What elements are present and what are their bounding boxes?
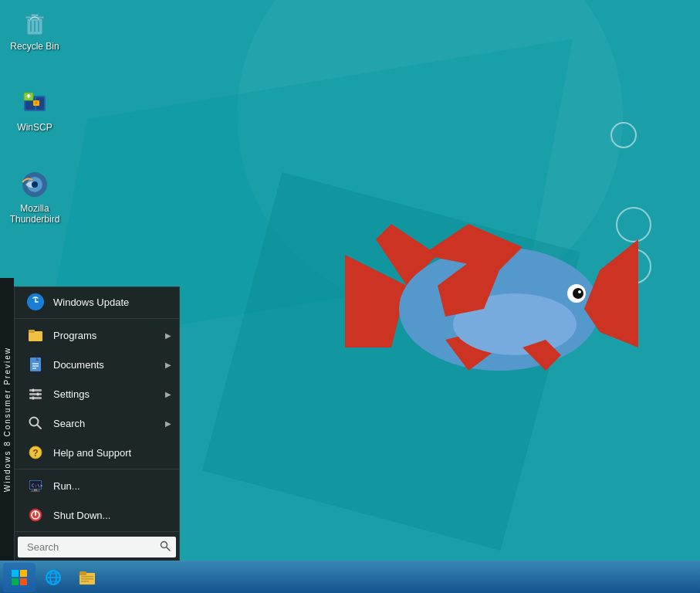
svg-rect-57 <box>12 578 19 585</box>
menu-item-settings[interactable]: Settings ▶ <box>15 379 179 408</box>
fish-illustration <box>345 193 638 412</box>
menu-divider-3 <box>15 531 179 532</box>
menu-item-shutdown[interactable]: Shut Down... <box>15 500 179 530</box>
menu-item-documents[interactable]: Documents ▶ <box>15 350 179 379</box>
menu-search-bar <box>18 537 176 557</box>
win8-consumer-preview-label: Windows 8 Consumer Preview <box>0 278 14 561</box>
shutdown-label: Shut Down... <box>53 510 110 521</box>
documents-label: Documents <box>53 359 104 371</box>
taskbar <box>0 561 700 593</box>
search-label: Search <box>53 418 85 429</box>
svg-rect-2 <box>31 14 39 17</box>
menu-item-windows-update[interactable]: Windows Update <box>15 287 179 317</box>
desktop: Recycle Bin WinSCP <box>0 0 700 593</box>
settings-icon <box>27 385 44 402</box>
svg-point-25 <box>578 290 581 293</box>
recycle-bin-label: Recycle Bin <box>10 41 59 52</box>
help-label: Help and Support <box>53 447 131 459</box>
deco-circle-1 <box>610 122 637 148</box>
search-arrow: ▶ <box>165 419 171 428</box>
svg-point-15 <box>32 181 38 188</box>
help-icon: ? <box>27 444 44 461</box>
winscp-icon[interactable]: WinSCP <box>4 85 66 136</box>
recycle-bin-img <box>19 7 50 38</box>
winscp-img <box>19 88 50 119</box>
menu-item-run[interactable]: C:\>_ Run... <box>15 471 179 500</box>
winscp-label: WinSCP <box>17 122 52 133</box>
recycle-bin-icon[interactable]: Recycle Bin <box>4 4 66 55</box>
svg-rect-58 <box>20 578 27 585</box>
svg-rect-35 <box>29 389 42 391</box>
search-input[interactable] <box>24 540 160 554</box>
programs-arrow: ▶ <box>165 331 171 340</box>
svg-point-38 <box>32 389 35 392</box>
svg-rect-37 <box>29 397 42 399</box>
svg-line-54 <box>167 547 171 551</box>
programs-icon <box>27 327 44 344</box>
run-icon: C:\>_ <box>27 477 44 494</box>
file-explorer-button[interactable] <box>71 563 103 592</box>
svg-rect-30 <box>29 330 35 333</box>
svg-point-39 <box>36 393 39 396</box>
start-button[interactable] <box>3 563 36 592</box>
menu-item-help[interactable]: ? Help and Support <box>15 438 179 467</box>
windows-update-label: Windows Update <box>53 296 129 308</box>
shutdown-icon <box>27 507 44 524</box>
menu-item-search[interactable]: Search ▶ <box>15 408 179 438</box>
svg-point-24 <box>573 288 583 299</box>
svg-rect-31 <box>30 357 41 371</box>
svg-rect-52 <box>35 510 36 516</box>
svg-point-12 <box>36 102 38 104</box>
svg-line-42 <box>37 425 41 429</box>
menu-item-programs[interactable]: Programs ▶ <box>15 320 179 350</box>
search-menu-icon <box>27 415 44 432</box>
svg-text:C:\>_: C:\>_ <box>32 483 43 489</box>
svg-text:?: ? <box>32 448 38 459</box>
svg-rect-56 <box>20 570 27 577</box>
svg-rect-66 <box>81 576 93 578</box>
run-label: Run... <box>53 480 80 492</box>
svg-rect-68 <box>81 581 89 582</box>
documents-arrow: ▶ <box>165 361 171 369</box>
settings-label: Settings <box>53 388 90 400</box>
svg-rect-67 <box>81 578 93 580</box>
svg-rect-55 <box>12 570 19 577</box>
windows-update-icon <box>27 293 44 310</box>
svg-point-40 <box>32 397 35 400</box>
menu-divider-1 <box>15 318 179 319</box>
internet-explorer-button[interactable] <box>37 563 69 592</box>
menu-divider-2 <box>15 469 179 469</box>
thunderbird-img <box>19 169 50 200</box>
settings-arrow: ▶ <box>165 390 171 398</box>
search-submit-button[interactable] <box>160 540 171 554</box>
thunderbird-icon[interactable]: Mozilla Thunderbird <box>4 166 66 229</box>
svg-rect-65 <box>79 571 86 575</box>
svg-rect-10 <box>28 94 29 98</box>
programs-label: Programs <box>53 330 96 341</box>
start-menu: Windows Update Programs ▶ <box>14 286 180 561</box>
svg-rect-49 <box>34 489 37 491</box>
thunderbird-label: Mozilla Thunderbird <box>7 203 63 225</box>
documents-icon <box>27 356 44 373</box>
svg-rect-36 <box>29 393 42 395</box>
